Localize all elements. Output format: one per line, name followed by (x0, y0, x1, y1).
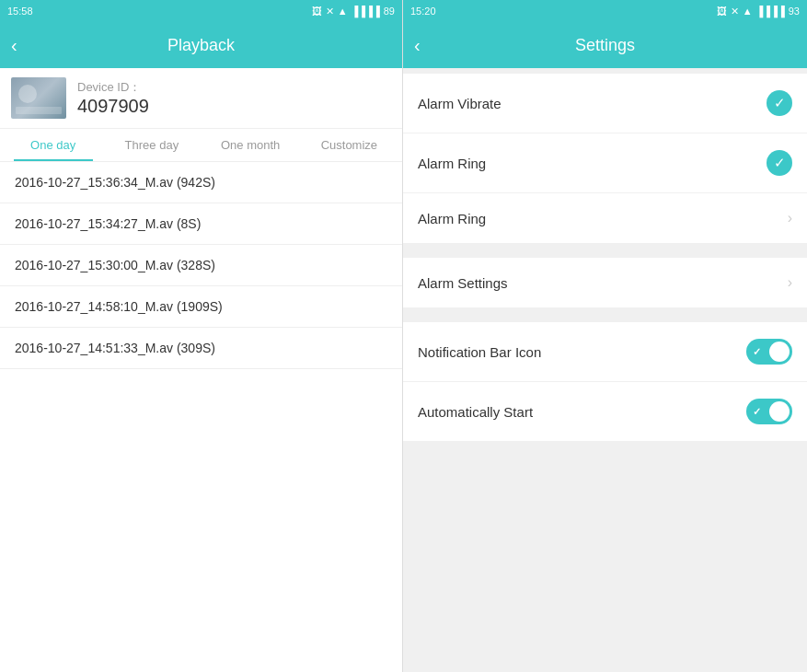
status-icons-left: 🖼 ✕ ▲ ▐▐▐▐ 89 (312, 6, 395, 17)
settings-divider-1 (403, 250, 807, 258)
alarm-settings-label: Alarm Settings (418, 275, 508, 291)
tab-customize[interactable]: Customize (300, 129, 398, 161)
settings-group-3: Notification Bar Icon ✓ Automatically St… (403, 322, 807, 441)
alarm-ring-chevron-icon: › (788, 210, 792, 226)
device-thumbnail (11, 77, 66, 119)
device-text: Device ID： 4097909 (77, 79, 149, 117)
wifi-icon: ▲ (338, 6, 348, 17)
playback-title: Playback (167, 36, 235, 55)
alarm-vibrate-item[interactable]: Alarm Vibrate ✓ (403, 74, 807, 133)
photo-icon: 🖼 (312, 6, 322, 17)
file-list: 2016-10-27_15:36:34_M.av (942S) 2016-10-… (0, 162, 402, 672)
list-item[interactable]: 2016-10-27_15:30:00_M.av (328S) (0, 245, 402, 286)
battery-left: 89 (384, 6, 395, 17)
settings-title: Settings (575, 36, 635, 55)
status-icons-right: 🖼 ✕ ▲ ▐▐▐▐ 93 (717, 6, 800, 17)
back-button-left[interactable]: ‹ (11, 35, 17, 56)
photo-icon-right: 🖼 (717, 6, 727, 17)
settings-divider-2 (403, 315, 807, 322)
settings-group-1: Alarm Vibrate ✓ Alarm Ring ✓ Alarm Ring … (403, 74, 807, 243)
device-label: Device ID： (77, 79, 149, 96)
notification-bar-label: Notification Bar Icon (418, 344, 541, 360)
status-bar-right: 15:20 🖼 ✕ ▲ ▐▐▐▐ 93 (403, 0, 807, 22)
auto-start-label: Automatically Start (418, 404, 533, 420)
signal-icon-right: ✕ (731, 6, 739, 17)
device-info: Device ID： 4097909 (0, 68, 402, 129)
alarm-ring-checkmark[interactable]: ✓ (767, 150, 792, 176)
bars-icon-right: ▐▐▐▐ (756, 6, 785, 17)
alarm-ring-nav-label: Alarm Ring (418, 211, 486, 226)
alarm-ring-check-label: Alarm Ring (418, 156, 486, 171)
list-item[interactable]: 2016-10-27_14:51:33_M.av (309S) (0, 328, 402, 369)
alarm-ring-check-item[interactable]: Alarm Ring ✓ (403, 133, 807, 193)
back-button-right[interactable]: ‹ (414, 35, 421, 56)
battery-right: 93 (789, 6, 800, 17)
playback-header: ‹ Playback (0, 22, 402, 68)
list-item[interactable]: 2016-10-27_14:58:10_M.av (1909S) (0, 286, 402, 328)
settings-header: ‹ Settings (403, 22, 807, 68)
signal-icon: ✕ (326, 6, 334, 17)
alarm-vibrate-label: Alarm Vibrate (418, 96, 501, 111)
tab-one-month[interactable]: One month (202, 129, 300, 161)
settings-group-2: Alarm Settings › (403, 258, 807, 307)
notification-bar-toggle[interactable]: ✓ (746, 339, 792, 365)
status-bar-left: 15:58 🖼 ✕ ▲ ▐▐▐▐ 89 (0, 0, 402, 22)
alarm-vibrate-check[interactable]: ✓ (767, 90, 792, 116)
auto-start-item[interactable]: Automatically Start ✓ (403, 382, 807, 441)
playback-tabs: One day Three day One month Customize (0, 129, 402, 162)
list-item[interactable]: 2016-10-27_15:34:27_M.av (8S) (0, 203, 402, 245)
alarm-ring-nav-item[interactable]: Alarm Ring › (403, 193, 807, 243)
toggle-check-icon-2: ✓ (753, 406, 761, 418)
time-right: 15:20 (410, 6, 436, 17)
tab-one-day[interactable]: One day (4, 129, 102, 161)
alarm-settings-chevron-icon: › (788, 274, 792, 291)
time-left: 15:58 (7, 6, 33, 17)
bars-icon: ▐▐▐▐ (352, 6, 380, 17)
left-panel: 15:58 🖼 ✕ ▲ ▐▐▐▐ 89 ‹ Playback Device ID… (0, 0, 403, 672)
notification-bar-item[interactable]: Notification Bar Icon ✓ (403, 322, 807, 382)
settings-body: Alarm Vibrate ✓ Alarm Ring ✓ Alarm Ring … (403, 68, 807, 672)
toggle-check-icon: ✓ (753, 346, 761, 358)
device-id: 4097909 (77, 96, 149, 117)
alarm-settings-item[interactable]: Alarm Settings › (403, 258, 807, 307)
right-panel: 15:20 🖼 ✕ ▲ ▐▐▐▐ 93 ‹ Settings Alarm Vib… (403, 0, 807, 672)
list-item[interactable]: 2016-10-27_15:36:34_M.av (942S) (0, 162, 402, 203)
wifi-icon-right: ▲ (743, 6, 753, 17)
auto-start-toggle[interactable]: ✓ (746, 399, 792, 424)
tab-three-day[interactable]: Three day (102, 129, 201, 161)
